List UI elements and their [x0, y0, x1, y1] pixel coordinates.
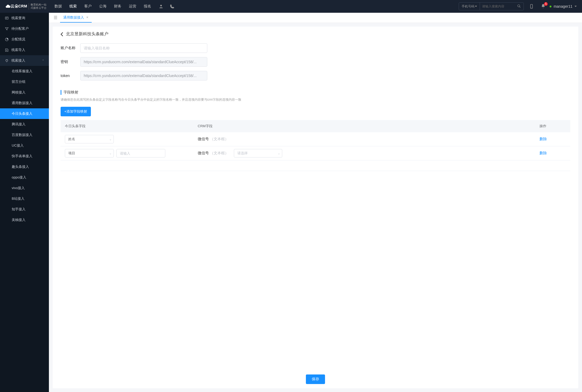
- save-button[interactable]: 保存: [306, 374, 325, 384]
- account-name-label: 账户名称: [61, 46, 80, 50]
- user-menu[interactable]: manager11: [550, 4, 577, 8]
- sidebar-subitem[interactable]: UC接入: [0, 140, 49, 151]
- sidebar-item[interactable]: 分配情况: [0, 34, 49, 45]
- nav-enroll[interactable]: 报名: [144, 4, 151, 9]
- form-row-key: 密钥: [61, 57, 570, 67]
- form-row-token: token: [61, 71, 570, 80]
- nav-ops[interactable]: 运营: [129, 4, 136, 9]
- nav-icon-group: [159, 4, 175, 9]
- table-row: 项目 ⌄ 微信号（文本框） 请选择 ⌄: [61, 146, 570, 160]
- notification-badge: 5: [544, 2, 548, 6]
- sidebar-subitem[interactable]: 通用数据接入: [0, 98, 49, 108]
- table-row-spacer: [61, 160, 570, 171]
- chevron-up-icon: ⌃: [42, 59, 44, 62]
- sidebar-subitem[interactable]: 美柚接入: [0, 215, 49, 225]
- logo: 云朵CRM 教育机构一站 式服务云平台: [5, 3, 47, 10]
- col-header-tt: 今日头条字段: [65, 124, 198, 129]
- phone-icon[interactable]: [170, 4, 175, 9]
- sidebar: 线索查询待分配客户分配情况线索导入线索接入⌃在线客服接入留言分组网校接入通用数据…: [0, 13, 49, 392]
- nav-data[interactable]: 数据: [54, 4, 62, 9]
- topbar-right-icons: 5: [529, 4, 546, 9]
- hamburger-icon: [54, 16, 57, 19]
- key-label: 密钥: [61, 59, 80, 64]
- crm-field-label: 微信号: [198, 151, 209, 155]
- tab-current[interactable]: 通用数据接入 ✕: [60, 13, 92, 23]
- col-header-crm: CRM字段: [198, 124, 539, 129]
- sidebar-subitem[interactable]: 趣头条接入: [0, 161, 49, 172]
- tab-close-button[interactable]: ✕: [86, 16, 88, 19]
- nav-finance[interactable]: 财务: [114, 4, 121, 9]
- delete-button[interactable]: 删除: [539, 137, 547, 141]
- sidebar-subitem[interactable]: 在线客服接入: [0, 66, 49, 76]
- sidebar-subitem[interactable]: 快手表单接入: [0, 151, 49, 161]
- delete-button[interactable]: 删除: [539, 151, 547, 155]
- username: manager11: [554, 4, 572, 8]
- mapping-table: 今日头条字段 CRM字段 操作 姓名 ⌄ 微信号（文本: [61, 120, 570, 171]
- search-button[interactable]: [514, 4, 524, 9]
- svg-point-0: [160, 5, 162, 6]
- footer: 保存: [61, 370, 570, 388]
- table-header: 今日头条字段 CRM字段 操作: [61, 120, 570, 132]
- nav-sea[interactable]: 公海: [99, 4, 107, 9]
- sidebar-collapse-button[interactable]: [51, 16, 60, 20]
- tt-field-select[interactable]: 姓名 ⌄: [65, 135, 114, 143]
- section-title: 字段映射: [61, 90, 570, 95]
- search-box: 手机号码: [459, 2, 524, 10]
- tt-field-select[interactable]: 项目 ⌄: [65, 149, 114, 157]
- sidebar-subitem[interactable]: vivo接入: [0, 183, 49, 193]
- page-content: 北京昱新科技头条账户 账户名称 密钥 token 字段映射 请确保您在此填写的头…: [53, 27, 578, 388]
- form-row-name: 账户名称: [61, 43, 570, 53]
- sidebar-item[interactable]: 线索接入⌃: [0, 55, 49, 66]
- back-icon[interactable]: [61, 32, 63, 36]
- token-input[interactable]: [80, 71, 207, 80]
- field-mapping-section: 字段映射 请确保您在此填写的头条自定义字段名称与在今日头条平台中自定义的字段名称…: [61, 90, 570, 171]
- page-header: 北京昱新科技头条账户: [61, 31, 570, 37]
- search-icon: [517, 4, 521, 8]
- svg-point-3: [531, 8, 532, 8]
- sidebar-subitem[interactable]: 腾讯接入: [0, 119, 49, 130]
- crm-field-select[interactable]: 请选择 ⌄: [234, 149, 282, 157]
- sidebar-subitem[interactable]: oppo接入: [0, 172, 49, 183]
- sidebar-subitem[interactable]: 知乎接入: [0, 204, 49, 215]
- col-header-action: 操作: [539, 124, 566, 129]
- main-area: 通用数据接入 ✕ 北京昱新科技头条账户 账户名称 密钥 token: [49, 13, 582, 392]
- tab-label: 通用数据接入: [63, 15, 84, 20]
- crm-field-hint: （文本框）: [210, 137, 229, 141]
- add-mapping-button[interactable]: +添加字段映射: [61, 107, 91, 116]
- nav-customers[interactable]: 客户: [84, 4, 92, 9]
- sidebar-subitem[interactable]: B站接入: [0, 193, 49, 204]
- tabs-bar: 通用数据接入 ✕: [49, 13, 582, 23]
- notification-bell[interactable]: 5: [541, 4, 546, 9]
- user-icon[interactable]: [159, 4, 163, 9]
- extra-input[interactable]: [116, 149, 165, 157]
- chevron-down-icon: [475, 6, 477, 7]
- crm-field-label: 微信号: [198, 137, 209, 141]
- chevron-down-icon: [575, 6, 577, 7]
- account-name-input[interactable]: [80, 43, 207, 53]
- sidebar-subitem[interactable]: 今日头条接入: [0, 108, 49, 119]
- sidebar-item[interactable]: 待分配客户: [0, 23, 49, 34]
- cloud-icon: [5, 4, 11, 9]
- logo-subtext: 教育机构一站 式服务云平台: [29, 3, 47, 10]
- nav-menu: 数据 线索 客户 公海 财务 运营 报名: [54, 4, 151, 9]
- sidebar-subitem[interactable]: 百度数据接入: [0, 130, 49, 140]
- top-navbar: 云朵CRM 教育机构一站 式服务云平台 数据 线索 客户 公海 财务 运营 报名…: [0, 0, 582, 13]
- crm-field-hint: （文本框）: [210, 151, 229, 155]
- nav-clues[interactable]: 线索: [69, 4, 77, 9]
- section-description: 请确保您在此填写的头条自定义字段名称与在今日头条平台中自定义的字段名称一致，并且…: [61, 97, 570, 102]
- sidebar-item[interactable]: 线索导入: [0, 45, 49, 55]
- token-label: token: [61, 74, 80, 78]
- svg-point-1: [518, 5, 520, 7]
- page-title: 北京昱新科技头条账户: [66, 31, 108, 37]
- svg-rect-4: [5, 17, 8, 19]
- online-indicator: [550, 6, 551, 7]
- sidebar-item[interactable]: 线索查询: [0, 13, 49, 23]
- logo-text: 云朵CRM: [11, 4, 27, 9]
- sidebar-subitem[interactable]: 网校接入: [0, 87, 49, 98]
- key-input[interactable]: [80, 57, 207, 67]
- search-input[interactable]: [480, 5, 514, 8]
- sidebar-subitem[interactable]: 留言分组: [0, 76, 49, 87]
- mobile-icon[interactable]: [529, 4, 534, 9]
- table-row: 姓名 ⌄ 微信号（文本框） 删除: [61, 132, 570, 146]
- search-type-select[interactable]: 手机号码: [459, 3, 480, 10]
